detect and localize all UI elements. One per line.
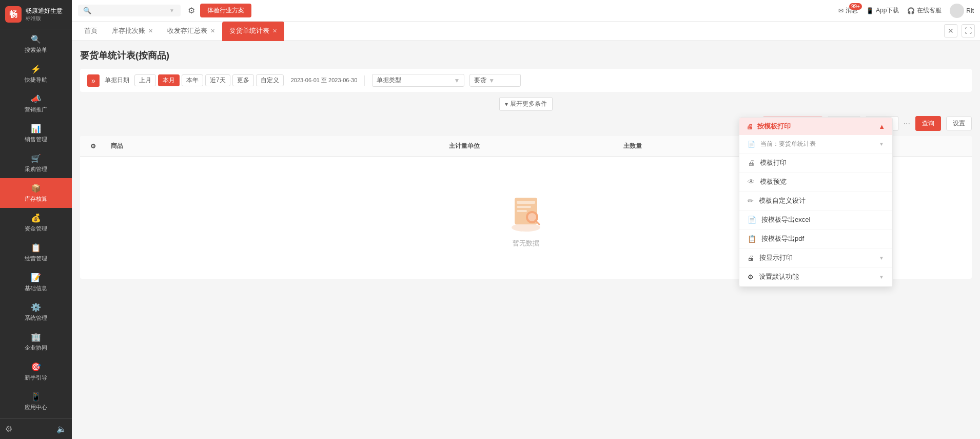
sidebar-item-enterprise[interactable]: 🏢 企业协同: [0, 327, 72, 357]
search-input[interactable]: [94, 7, 166, 14]
sidebar-footer: ⚙ 🔈: [0, 418, 72, 439]
template-preview-label: 模板预览: [760, 177, 787, 186]
date-btn-more[interactable]: 更多: [232, 74, 254, 86]
date-btn-current-month[interactable]: 本月: [158, 74, 180, 86]
template-preview-icon: 👁: [748, 178, 755, 186]
sidebar-nav: 🔍 搜索菜单 ⚡ 快捷导航 📣 营销推广 📊 销售管理 🛒 采购管理 📦 库存核…: [0, 29, 72, 418]
date-filter-label: 单据日期: [105, 76, 129, 85]
search-topbar-icon: 🔍: [83, 7, 91, 14]
page-title: 要货单统计表(按商品): [80, 49, 972, 62]
expand-more-chevron-icon: ▾: [505, 101, 508, 108]
col-product: 商品: [106, 142, 444, 150]
sound-footer-icon[interactable]: 🔈: [56, 424, 67, 434]
set-default-chevron-icon: ▼: [879, 274, 884, 280]
export-excel-label: 按模板导出excel: [761, 215, 810, 224]
display-print-icon: 🖨: [748, 254, 754, 262]
toolbar-more-icon[interactable]: ···: [904, 119, 910, 128]
sidebar-item-beginner[interactable]: 🎯 新手引导: [0, 357, 72, 387]
col-gear[interactable]: ⚙: [85, 143, 106, 150]
dropdown-header[interactable]: 🖨 按模板打印 ▲: [739, 118, 892, 135]
dropdown-item-export-pdf[interactable]: 📋 按模板导出pdf: [739, 230, 892, 249]
export-pdf-label: 按模板导出pdf: [761, 234, 804, 243]
close-receipt-summary-icon[interactable]: ✕: [210, 28, 215, 34]
date-btn-last7days[interactable]: 近7天: [205, 74, 230, 86]
settings-footer-icon[interactable]: ⚙: [5, 424, 12, 434]
order-type-label: 单据类型: [377, 76, 401, 85]
tab-order-stats[interactable]: 要货单统计表 ✕: [222, 22, 284, 41]
dropdown-item-set-default[interactable]: ⚙ 设置默认功能 ▼: [739, 268, 892, 287]
tab-expand-area: ✕ ⛶: [284, 22, 975, 40]
sidebar-item-label: 企业协同: [25, 344, 47, 352]
filter-bar: » 单据日期 上月 本月 本年 近7天 更多 自定义 2023-06-01 至 …: [80, 69, 972, 92]
dropdown-header-left: 🖨 按模板打印: [747, 122, 791, 131]
messages-item[interactable]: ✉ 消息 99+: [838, 6, 858, 15]
date-btn-group: 上月 本月 本年 近7天 更多 自定义: [134, 74, 284, 86]
dropdown-item-display-print-left: 🖨 按显示打印: [748, 253, 793, 262]
date-btn-prev-month[interactable]: 上月: [134, 74, 156, 86]
system-icon: ⚙️: [31, 302, 41, 312]
sidebar-item-purchase[interactable]: 🛒 采购管理: [0, 148, 72, 178]
sidebar-item-label: 经营管理: [25, 255, 47, 262]
sidebar-item-finance[interactable]: 💰 资金管理: [0, 208, 72, 238]
tab-receipt-summary[interactable]: 收发存汇总表 ✕: [160, 22, 222, 41]
svg-rect-3: [517, 206, 531, 208]
sidebar-item-operations[interactable]: 📋 经营管理: [0, 238, 72, 268]
trial-button[interactable]: 体验行业方案: [200, 4, 251, 17]
settings-button[interactable]: 设置: [946, 117, 972, 130]
beginner-icon: 🎯: [31, 362, 41, 372]
tab-fullscreen-btn[interactable]: ⛶: [962, 24, 975, 37]
dropdown-item-template-print[interactable]: 🖨 模板打印: [739, 154, 892, 173]
collapse-icon[interactable]: ▲: [878, 123, 885, 130]
sidebar-item-label: 基础信息: [25, 284, 47, 292]
yaohuodian-filter[interactable]: 要货 ▼: [469, 74, 521, 87]
user-item[interactable]: Rit: [950, 4, 974, 18]
app-download-item[interactable]: 📱 App下载: [866, 6, 899, 15]
sidebar-item-system[interactable]: ⚙️ 系统管理: [0, 297, 72, 327]
search-chevron-icon: ▼: [169, 8, 174, 13]
export-pdf-icon: 📋: [748, 235, 756, 243]
sidebar-item-inventory[interactable]: 📦 库存核算: [0, 178, 72, 208]
date-btn-custom[interactable]: 自定义: [256, 74, 284, 86]
dropdown-current-template[interactable]: 📄 当前：要货单统计表 ▼: [739, 135, 892, 154]
sidebar-item-search-menu[interactable]: 🔍 搜索菜单: [0, 29, 72, 59]
sidebar-item-enterprise-wechat[interactable]: 💬 企业微信: [0, 416, 72, 418]
print-dropdown-icon: 🖨: [747, 123, 753, 130]
sidebar-item-sales[interactable]: 📊 销售管理: [0, 119, 72, 148]
app-download-icon: 📱: [866, 7, 874, 14]
template-print-icon: 🖨: [748, 159, 755, 167]
query-button[interactable]: 查询: [915, 116, 941, 131]
tab-home[interactable]: 首页: [77, 22, 105, 41]
sidebar-item-label: 快捷导航: [25, 76, 47, 84]
sidebar-item-marketing[interactable]: 📣 营销推广: [0, 89, 72, 119]
sidebar-logo: 畅 畅康通好生意 标准版: [0, 0, 72, 29]
empty-illustration: [500, 187, 552, 239]
sidebar-item-app-center[interactable]: 📱 应用中心: [0, 387, 72, 416]
dropdown-item-template-custom[interactable]: ✏ 模板自定义设计: [739, 192, 892, 211]
close-inventory-batch-icon[interactable]: ✕: [148, 28, 153, 34]
date-btn-current-year[interactable]: 本年: [182, 74, 203, 86]
sidebar-item-basic-info[interactable]: 📝 基础信息: [0, 268, 72, 297]
yaohuodian-label: 要货: [474, 76, 486, 85]
topbar: 🔍 ▼ ⚙ 体验行业方案 ✉ 消息 99+ 📱 App下载 🎧 在线客服 Ri: [72, 0, 980, 22]
sidebar: 畅 畅康通好生意 标准版 🔍 搜索菜单 ⚡ 快捷导航 📣 营销推广 📊 销售管理…: [0, 0, 72, 439]
dropdown-item-export-excel[interactable]: 📄 按模板导出excel: [739, 211, 892, 230]
sidebar-item-quick-nav[interactable]: ⚡ 快捷导航: [0, 59, 72, 89]
dropdown-item-display-print[interactable]: 🖨 按显示打印 ▼: [739, 249, 892, 268]
dropdown-item-template-preview[interactable]: 👁 模板预览: [739, 173, 892, 192]
main-area: 🔍 ▼ ⚙ 体验行业方案 ✉ 消息 99+ 📱 App下载 🎧 在线客服 Ri: [72, 0, 980, 439]
quick-nav-icon: ⚡: [31, 64, 41, 74]
sidebar-item-label: 应用中心: [25, 404, 47, 411]
topbar-search-area[interactable]: 🔍 ▼: [78, 5, 181, 16]
sidebar-item-label: 营销推广: [25, 106, 47, 113]
filter-expand-icon[interactable]: »: [87, 74, 100, 87]
current-template-icon: 📄: [748, 141, 755, 148]
expand-more-button[interactable]: ▾ 展开更多条件: [499, 97, 553, 111]
tab-close-all-btn[interactable]: ✕: [944, 24, 957, 37]
order-type-select[interactable]: 单据类型 ▼: [372, 74, 464, 87]
close-order-stats-icon[interactable]: ✕: [272, 28, 277, 34]
tab-bar: 首页 库存批次账 ✕ 收发存汇总表 ✕ 要货单统计表 ✕ ✕ ⛶: [72, 22, 980, 41]
tab-inventory-batch[interactable]: 库存批次账 ✕: [105, 22, 160, 41]
gear-icon[interactable]: ⚙: [188, 6, 195, 15]
sidebar-item-label: 销售管理: [25, 136, 47, 143]
online-support-item[interactable]: 🎧 在线客服: [907, 6, 942, 15]
